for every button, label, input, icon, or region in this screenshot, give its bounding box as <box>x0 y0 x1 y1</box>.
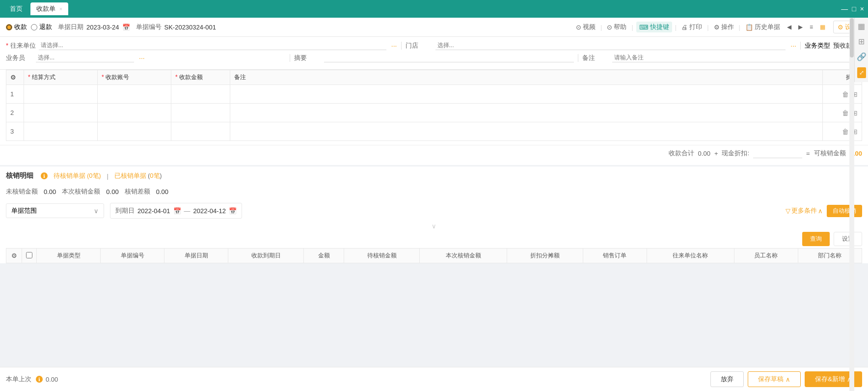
date-range-separator: — <box>184 207 190 215</box>
scroll-track[interactable] <box>849 18 854 391</box>
bottom-checkbox-col <box>22 249 37 263</box>
minimize-btn[interactable]: — <box>841 5 848 13</box>
history-btn[interactable]: 📋 历史单据 <box>743 22 782 32</box>
verifiable-label: 可核销金额 <box>814 149 846 158</box>
remark-cell-2[interactable] <box>230 104 823 122</box>
amount-cell-1[interactable] <box>171 85 230 104</box>
remark-field: 备注 <box>582 53 862 62</box>
nav-next-btn[interactable]: ▶ <box>796 23 805 31</box>
operation-btn[interactable]: ⚙ 操作 <box>712 22 736 32</box>
action-cell-3: 🗑 ⊞ <box>823 126 862 138</box>
number-info: 单据编号 SK-20230324-001 <box>136 23 217 31</box>
staff-name-col: 员工名称 <box>734 249 798 263</box>
video-btn[interactable]: ⊙ 视频 <box>574 22 597 32</box>
remark-cell-1[interactable] <box>230 85 823 104</box>
settlement-cell-1[interactable] <box>24 85 98 104</box>
staff-more-btn[interactable]: ··· <box>139 54 145 62</box>
table-settings-icon[interactable]: ⚙ <box>10 74 16 81</box>
list-view-btn[interactable]: ≡ <box>808 23 815 31</box>
business-type-label: 业务类型 <box>805 41 830 50</box>
radio-receive[interactable]: 收款 <box>6 23 27 31</box>
date-from-calendar-icon[interactable]: 📅 <box>173 207 181 215</box>
action-cell-1: 🗑 ⊞ <box>823 88 862 100</box>
save-draft-button[interactable]: 保存草稿 ∧ <box>748 371 801 387</box>
nav-prev-btn[interactable]: ◀ <box>785 23 793 31</box>
table-row: 2 🗑 ⊞ <box>6 104 862 122</box>
amount-cell-2[interactable] <box>171 104 230 122</box>
field-separator-4 <box>578 54 578 62</box>
order-info-icon[interactable]: ℹ <box>36 376 43 383</box>
voucher-number-col: 单据编号 <box>101 249 164 263</box>
row-num-2: 2 <box>6 109 24 116</box>
voucher-range-select[interactable]: 单据范围 ∨ <box>6 203 104 218</box>
amount-col-header: 收款金额 <box>171 70 230 85</box>
date-to-calendar-icon[interactable]: 📅 <box>229 207 237 215</box>
discount-input[interactable] <box>753 148 802 158</box>
discard-button[interactable]: 放弃 <box>710 371 744 387</box>
query-button[interactable]: 查询 <box>802 232 830 246</box>
table-icon[interactable]: ▦ <box>858 22 865 31</box>
total-value: 0.00 <box>698 150 710 157</box>
delete-icon-1[interactable]: 🗑 <box>842 90 849 98</box>
date-range-field: 到期日 2022-04-01 📅 — 2022-04-12 📅 <box>110 203 242 219</box>
pending-tab[interactable]: 待核销单据 (0笔) <box>54 171 101 180</box>
operation-icon: ⚙ <box>714 24 720 31</box>
account-cell-1[interactable] <box>98 85 171 104</box>
print-btn[interactable]: 🖨 打印 <box>679 22 704 32</box>
settlement-cell-2[interactable] <box>24 104 98 122</box>
auto-verify-button[interactable]: 自动核销 <box>827 205 862 217</box>
partner-more-btn[interactable]: ··· <box>391 42 397 50</box>
select-all-checkbox[interactable] <box>26 252 32 258</box>
tab-receipt[interactable]: 收款单 × <box>30 2 68 15</box>
radio-refund[interactable]: 退款 <box>31 23 52 31</box>
store-more-btn[interactable]: ··· <box>790 42 796 50</box>
partner-field: 往来单位 ··· <box>6 41 397 50</box>
expand-icon[interactable]: ⤢ <box>857 67 866 78</box>
remark-input[interactable] <box>612 53 862 62</box>
chevron-up-icon: ∧ <box>818 207 823 215</box>
account-cell-2[interactable] <box>98 104 171 122</box>
remark-label: 备注 <box>582 54 609 62</box>
tab-close-icon[interactable]: × <box>59 6 62 12</box>
chevron-down-icon: ∨ <box>432 223 436 230</box>
tab-home[interactable]: 首页 <box>4 2 28 15</box>
total-label: 收款合计 <box>669 149 694 158</box>
grid-view-btn[interactable]: ▦ <box>818 23 827 31</box>
close-btn[interactable]: × <box>860 5 864 13</box>
delete-icon-3[interactable]: 🗑 <box>842 128 849 136</box>
bottom-settings-icon[interactable]: ⚙ <box>11 252 17 259</box>
table-settings-button[interactable]: 设置 <box>834 232 862 246</box>
summary-input[interactable] <box>324 53 574 62</box>
video-icon: ⊙ <box>576 24 581 31</box>
verify-info-icon[interactable]: ℹ <box>41 172 48 179</box>
top-nav: 首页 收款单 × — □ × <box>0 0 868 18</box>
settings-col-header[interactable]: ⚙ <box>6 70 24 85</box>
settlement-cell-3[interactable] <box>24 122 98 141</box>
help-btn[interactable]: ⊙ 帮助 <box>605 22 628 32</box>
voucher-range-arrow-icon: ∨ <box>94 207 99 215</box>
main-content: 收款 退款 单据日期 2023-03-24 📅 单据编号 SK-20230324… <box>0 18 868 263</box>
staff-input[interactable] <box>36 53 134 62</box>
settlement-col-header: 结算方式 <box>24 70 98 85</box>
form-section: 往来单位 ··· 门店 ··· 业务类型 预收款 ∨ 业务员 ··· <box>0 37 868 70</box>
link-icon[interactable]: 🔗 <box>857 52 867 61</box>
done-tab[interactable]: 已核销单据 (0笔) <box>114 171 162 180</box>
more-conditions-btn[interactable]: ▽ 更多条件 ∧ <box>786 206 823 215</box>
account-cell-3[interactable] <box>98 122 171 141</box>
amount-cell-3[interactable] <box>171 122 230 141</box>
delete-icon-2[interactable]: 🗑 <box>842 109 849 117</box>
remark-cell-3[interactable] <box>230 122 823 141</box>
shortcut-btn[interactable]: ⌨ 快捷键 <box>636 22 672 32</box>
footer: 本单上次 ℹ 0.00 放弃 保存草稿 ∧ 保存&新增 ∧ <box>0 367 868 391</box>
current-verify-value: 0.00 <box>106 188 118 196</box>
bottom-settings-col[interactable]: ⚙ <box>6 249 22 263</box>
partner-input[interactable] <box>39 41 386 50</box>
maximize-btn[interactable]: □ <box>852 5 856 13</box>
verify-toolbar: 单据范围 ∨ 到期日 2022-04-01 📅 — 2022-04-12 📅 ▽… <box>6 203 862 219</box>
discount-label: 现金折扣: <box>722 149 749 158</box>
account-col-header: 收款账号 <box>98 70 171 85</box>
calendar-icon[interactable]: 📅 <box>122 24 130 31</box>
summary-row: 收款合计 0.00 + 现金折扣: = 可核销金额 0.00 <box>0 145 868 161</box>
store-input[interactable] <box>435 41 786 50</box>
copy-icon[interactable]: ⊞ <box>858 37 865 46</box>
